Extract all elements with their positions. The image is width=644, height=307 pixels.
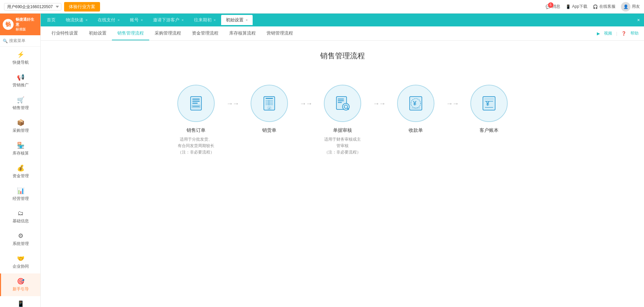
sidebar-item-yingyong[interactable]: 📱 应用中心 [0,296,40,307]
flow-step-receipt: ¥ 收款单 [385,85,446,136]
megaphone-icon: 📢 [17,74,24,81]
help-icon: ❓ [621,31,626,36]
sales-invoice-icon: ✓ [260,95,278,112]
flow-circle-sales-invoice: ✓ [251,85,288,122]
sidebar-search[interactable]: 🔍 搜索菜单 [0,35,40,47]
sidebar-item-xitong[interactable]: ⚙ 系统管理 [0,228,40,251]
sidebar-item-caigou[interactable]: 📦 采购管理 [0,115,40,138]
nav-close-button[interactable]: × [635,17,643,23]
user-select[interactable]: 用户690企业1660120507 [4,3,61,11]
tab-logistics-label: 物流快递 [66,17,83,23]
sidebar-label-zijin: 资金管理 [13,173,29,179]
tab-invite[interactable]: 邀请下游客户 × [148,15,188,25]
lightning-icon: ⚡ [17,51,24,58]
tab-home[interactable]: 首页 [42,15,60,25]
logo-icon: 畅 [3,19,14,30]
sidebar-item-xiaoshou[interactable]: 🛒 销售管理 [0,92,40,115]
flow-circle-customer-ledger: ¥ [470,85,508,122]
trial-button[interactable]: 体验行业方案 [64,2,100,12]
flow-label-doc-review: 单据审核 [333,127,352,134]
video-label[interactable]: 视频 [604,30,612,36]
flow-label-sales-order: 销售订单 [187,127,206,134]
sidebar-item-zijin[interactable]: 💰 资金管理 [0,160,40,183]
tab-payment-close[interactable]: × [117,18,119,22]
message-button[interactable]: 💬 6 消息 [546,4,560,9]
search-icon: 🔍 [3,39,8,43]
flow-label-receipt: 收款单 [409,127,423,134]
flow-circle-receipt: ¥ [397,85,434,122]
handshake-icon: 🤝 [17,255,24,262]
tab-logistics-close[interactable]: × [85,18,87,22]
tab-init[interactable]: 初始设置 × [221,15,252,25]
tab-invite-close[interactable]: × [181,18,183,22]
sidebar-item-qiye[interactable]: 🤝 企业协同 [0,251,40,273]
sidebar-label-jichu: 基础信息 [13,218,29,224]
app-download-icon: 📱 [566,4,571,9]
tab-period[interactable]: 往来期初 × [189,15,220,25]
tab-logistics[interactable]: 物流快递 × [61,15,92,25]
sub-tab-industry[interactable]: 行业特性设置 [46,27,83,40]
sidebar-item-yingxiao[interactable]: 📢 营销推广 [0,69,40,92]
tab-payment[interactable]: 在线支付 × [93,15,124,25]
help-label[interactable]: 帮助 [630,30,639,36]
sidebar-item-xinshou[interactable]: 🎯 新手引导 [0,273,40,296]
main-layout: 畅 畅捷通好生意 标准版 🔍 搜索菜单 ⚡ 快捷导航 📢 营销推广 🛒 销售管理… [0,14,644,307]
gear-icon: ⚙ [18,232,23,240]
sidebar-label-kuaijie: 快捷导航 [13,60,29,65]
page-title: 销售管理流程 [54,51,630,61]
tab-account[interactable]: 账号 × [125,15,148,25]
flow-arrow-1: →→ [227,85,239,107]
flow-arrow-4: →→ [446,85,458,107]
headset-icon: 🎧 [593,4,598,9]
svg-rect-17 [338,100,344,101]
sidebar-label-caigou: 采购管理 [13,128,29,134]
svg-rect-25 [411,107,420,109]
sidebar-label-xitong: 系统管理 [13,241,29,247]
customer-service-button[interactable]: 🎧 在线客服 [593,4,616,9]
sidebar-label-xiaoshou: 销售管理 [13,105,29,111]
tab-period-close[interactable]: × [214,18,216,22]
app-download-label: App下载 [572,4,587,9]
tab-account-close[interactable]: × [141,18,143,22]
sidebar-item-kuaijie[interactable]: ⚡ 快捷导航 [0,47,40,69]
svg-rect-16 [338,99,344,100]
sub-tab-inventory[interactable]: 库存核算流程 [224,27,261,40]
avatar: 👤 [621,2,630,12]
flow-circle-sales-order [177,85,215,122]
sidebar-item-kucun[interactable]: 🏪 库存核算 [0,138,40,160]
video-help-icon: ▶ [597,31,600,36]
flow-circle-doc-review [324,85,361,122]
tab-period-label: 往来期初 [194,17,212,23]
folder-icon: 🗂 [18,210,24,217]
user-label: 用友 [632,4,640,9]
sub-tab-initial[interactable]: 初始设置 [83,27,112,40]
top-bar-left: 用户690企业1660120507 体验行业方案 [4,2,100,12]
sub-tab-finance[interactable]: 资金管理流程 [187,27,224,40]
tab-init-close[interactable]: × [246,18,248,22]
target-icon: 🎯 [17,278,24,285]
customer-ledger-icon: ¥ [480,95,498,112]
sub-tab-marketing[interactable]: 营销管理流程 [261,27,298,40]
receipt-icon: ¥ [407,95,425,112]
flow-desc-sales-order: 适用于分批发货、有合同发货周期较长（注：非必要流程） [178,136,214,156]
sidebar-item-jichu[interactable]: 🗂 基础信息 [0,206,40,228]
sub-tabs: 行业特性设置 初始设置 销售管理流程 采购管理流程 资金管理流程 库存核算流程 … [41,26,644,41]
app-download-button[interactable]: 📱 App下载 [566,4,587,9]
flow-diagram: 销售订单 适用于分批发货、有合同发货周期较长（注：非必要流程） →→ [54,78,630,163]
sidebar-label-jingying: 经营管理 [13,196,29,202]
sub-tab-purchase[interactable]: 采购管理流程 [149,27,187,40]
user-menu-button[interactable]: 👤 用友 [621,2,640,12]
sidebar-item-jingying[interactable]: 📊 经营管理 [0,183,40,206]
svg-rect-18 [338,102,342,103]
svg-rect-30 [484,98,494,100]
tab-init-label: 初始设置 [226,17,243,23]
sidebar-label-kucun: 库存核算 [13,150,29,156]
sales-order-icon [187,95,205,112]
svg-rect-2 [192,101,200,102]
flow-label-sales-invoice: 销货单 [262,127,276,134]
top-bar-right: 💬 6 消息 📱 App下载 🎧 在线客服 👤 用友 [546,2,640,12]
sidebar-logo: 畅 畅捷通好生意 标准版 [0,14,40,35]
sub-tab-sales[interactable]: 销售管理流程 [112,27,149,40]
flow-desc-doc-review: 适用于财务审核或主管审核（注：非必要流程） [324,136,361,156]
message-badge: 6 [548,2,553,8]
